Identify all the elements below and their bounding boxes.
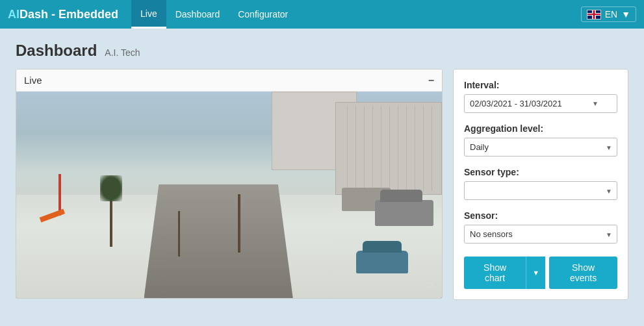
aggregation-label: Aggregation level:	[464, 123, 617, 134]
sensor-type-select[interactable]	[464, 181, 617, 200]
sensor-select[interactable]: No sensors	[464, 225, 617, 244]
button-row: Show chart ▼ Show events	[464, 257, 617, 289]
interval-label: Interval:	[464, 80, 617, 90]
nav-configurator[interactable]: Configurator	[229, 0, 297, 29]
scene-car2	[375, 200, 433, 226]
interval-picker[interactable]: 02/03/2021 - 31/03/2021 ▼	[464, 94, 617, 113]
collapse-button[interactable]: −	[428, 75, 434, 86]
language-selector[interactable]: EN ▼	[581, 6, 636, 22]
content-row: Live −	[16, 69, 628, 300]
nav-dashboard[interactable]: Dashboard	[166, 0, 229, 29]
video-container: >	[16, 92, 442, 298]
aggregation-select[interactable]: Daily Weekly Monthly	[464, 138, 617, 157]
show-chart-button[interactable]: Show chart	[464, 257, 526, 289]
sensor-label: Sensor:	[464, 210, 617, 221]
language-label: EN	[605, 9, 617, 19]
scene-road	[144, 184, 293, 298]
show-chart-caret-button[interactable]: ▼	[526, 257, 545, 289]
aggregation-select-wrapper: Daily Weekly Monthly	[464, 138, 617, 157]
scene-tree2	[178, 211, 180, 257]
page-subtitle: A.I. Tech	[105, 47, 140, 58]
aggregation-group: Aggregation level: Daily Weekly Monthly	[464, 123, 617, 157]
scene-building1	[335, 102, 442, 195]
sensor-type-group: Sensor type:	[464, 167, 617, 200]
scene-playground	[33, 174, 97, 216]
page-title: Dashboard	[16, 42, 97, 60]
right-panel: Interval: 02/03/2021 - 31/03/2021 ▼ Aggr…	[453, 69, 628, 300]
flag-icon	[587, 10, 601, 19]
sensor-select-wrapper: No sensors	[464, 225, 617, 244]
interval-value: 02/03/2021 - 31/03/2021	[470, 99, 562, 108]
show-events-button[interactable]: Show events	[549, 257, 617, 289]
live-panel-title: Live	[24, 75, 42, 86]
scene-tree1	[110, 195, 112, 247]
page-header: Dashboard A.I. Tech	[16, 42, 628, 60]
live-panel: Live −	[16, 69, 443, 299]
live-panel-header: Live −	[16, 69, 442, 92]
language-caret-icon: ▼	[621, 9, 630, 19]
sensor-type-label: Sensor type:	[464, 167, 617, 177]
nav-live[interactable]: Live	[131, 0, 166, 29]
navbar: AIDash - Embedded Live Dashboard Configu…	[0, 0, 644, 29]
brand: AIDash - Embedded	[8, 8, 118, 21]
video-forward-icon[interactable]: >	[426, 278, 434, 293]
brand-rest: Dash - Embedded	[19, 8, 118, 21]
interval-group: Interval: 02/03/2021 - 31/03/2021 ▼	[464, 80, 617, 113]
sensor-type-select-wrapper	[464, 181, 617, 200]
scene-tree3	[238, 194, 240, 253]
interval-caret-icon: ▼	[592, 100, 599, 107]
video-scene: >	[16, 92, 442, 298]
page: Dashboard A.I. Tech Live −	[0, 29, 644, 313]
scene-car1	[356, 251, 408, 273]
brand-ai: AI	[8, 8, 19, 21]
chart-caret-icon: ▼	[532, 269, 539, 277]
sensor-group: Sensor: No sensors	[464, 210, 617, 244]
